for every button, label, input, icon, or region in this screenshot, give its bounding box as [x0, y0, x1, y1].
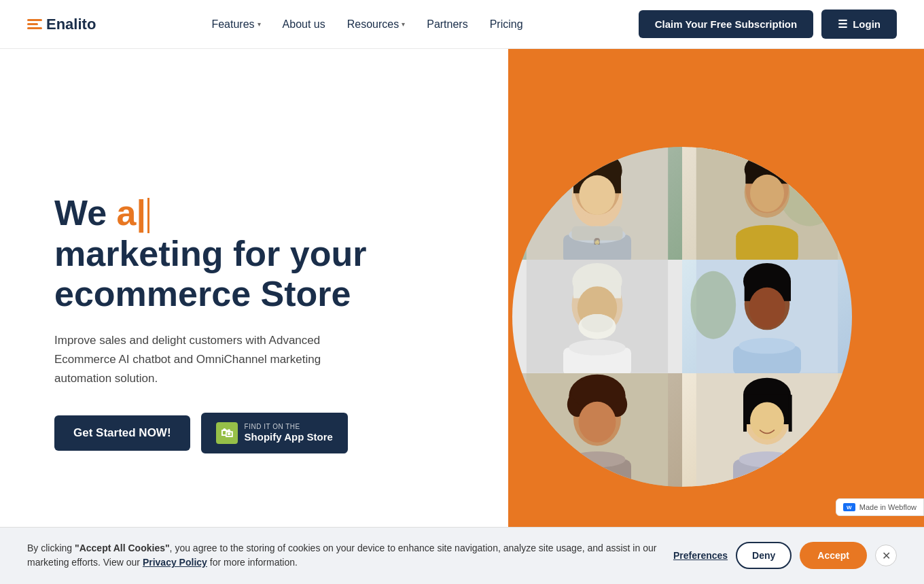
photo-cell-5 [512, 373, 682, 487]
hero-content: We a| marketing for yourecommerce Store … [0, 49, 508, 584]
close-cookie-button[interactable]: ✕ [875, 545, 897, 566]
logo[interactable]: Enalito [27, 16, 96, 33]
nav-item-pricing[interactable]: Pricing [490, 18, 523, 31]
hero-description: Improve sales and delight customers with… [54, 331, 380, 388]
preferences-button[interactable]: Preferences [673, 550, 728, 561]
shopify-button-text: FIND IT ON THE Shopify App Store [245, 423, 333, 443]
webflow-logo-icon: W [843, 503, 855, 511]
hero-heading: We a| marketing for yourecommerce Store [54, 193, 467, 315]
svg-point-37 [739, 338, 795, 354]
webflow-label: Made in Webflow [859, 503, 917, 511]
chevron-down-icon: ▾ [402, 20, 405, 28]
menu-icon: ☰ [838, 18, 847, 31]
svg-rect-20 [736, 231, 798, 260]
svg-rect-52 [789, 394, 792, 431]
svg-point-46 [569, 451, 625, 467]
logo-text: Enalito [46, 16, 96, 33]
get-started-button[interactable]: Get Started NOW! [54, 415, 190, 451]
accept-button[interactable]: Accept [800, 542, 867, 569]
chevron-down-icon: ▾ [257, 20, 261, 28]
nav-item-partners[interactable]: Partners [427, 18, 467, 31]
claim-subscription-button[interactable]: Claim Your Free Subscription [639, 10, 814, 38]
svg-point-44 [578, 401, 616, 442]
nav-item-features[interactable]: Features ▾ [211, 18, 260, 31]
svg-point-55 [739, 451, 795, 467]
nav-item-resources[interactable]: Resources ▾ [347, 18, 405, 31]
photo-cell-2 [682, 147, 852, 260]
hero-photo-grid: 👩 [512, 147, 852, 487]
deny-button[interactable]: Deny [736, 542, 792, 569]
photo-cell-3 [512, 260, 682, 373]
svg-rect-51 [743, 394, 747, 431]
svg-point-35 [749, 288, 785, 328]
svg-point-6 [579, 175, 615, 214]
svg-point-31 [690, 271, 736, 339]
shopify-bag-icon: 🛍 [216, 422, 238, 444]
cookie-text: By clicking "Accept All Cookies", you ag… [27, 541, 657, 570]
nav-links: Features ▾ About us Resources ▾ Partners… [211, 18, 522, 31]
shopify-app-store-button[interactable]: 🛍 FIND IT ON THE Shopify App Store [201, 413, 348, 453]
text-cursor [147, 198, 149, 233]
svg-text:👩: 👩 [594, 237, 602, 245]
nav-actions: Claim Your Free Subscription ☰ Login [639, 10, 897, 39]
navbar: Enalito Features ▾ About us Resources ▾ … [0, 0, 924, 49]
svg-point-27 [582, 314, 614, 332]
cookie-actions: Preferences Deny Accept ✕ [673, 542, 897, 569]
svg-point-18 [750, 174, 784, 211]
photo-cell-6 [682, 373, 852, 487]
svg-point-53 [750, 402, 784, 439]
hero-section: We a| marketing for yourecommerce Store … [0, 49, 924, 584]
privacy-policy-link[interactable]: Privacy Policy [143, 557, 207, 568]
svg-point-29 [569, 340, 625, 356]
nav-item-about[interactable]: About us [283, 18, 325, 31]
hero-buttons: Get Started NOW! 🛍 FIND IT ON THE Shopif… [54, 413, 467, 453]
cookie-banner: By clicking "Accept All Cookies", you ag… [0, 527, 924, 584]
logo-icon [27, 19, 42, 29]
login-button[interactable]: ☰ Login [821, 10, 897, 39]
photo-cell-4 [682, 260, 852, 373]
photo-cell-1: 👩 [512, 147, 682, 260]
webflow-badge[interactable]: W Made in Webflow [836, 498, 924, 516]
